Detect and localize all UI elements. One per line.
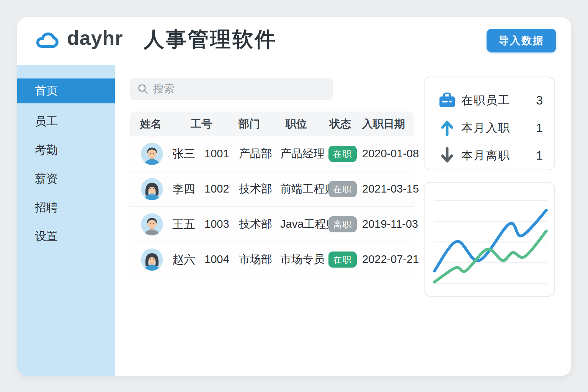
table-row[interactable]: 张三 1001 产品部 产品经理 在职 2020-01-08 [130, 136, 413, 171]
page-title: 人事管理软件 [144, 26, 277, 54]
employee-hire-date: 2019-11-03 [362, 207, 418, 242]
col-header-title: 职位 [286, 112, 307, 136]
search-bar [130, 78, 333, 100]
avatar [141, 178, 163, 200]
sidebar-item-payroll[interactable]: 薪资 [17, 165, 115, 193]
stats-panel: 在职员工 3 本月入职 1 本月离职 1 [424, 77, 555, 170]
trend-chart-panel [424, 182, 555, 297]
employee-hire-date: 2021-03-15 [362, 172, 419, 206]
import-data-button[interactable]: 导入数据 [487, 29, 556, 52]
sidebar-item-attendance[interactable]: 考勤 [17, 136, 115, 165]
sidebar-item-recruiting[interactable]: 招聘 [17, 193, 115, 222]
employee-dept: 市场部 [239, 242, 272, 277]
stat-value: 3 [536, 93, 543, 108]
col-header-id: 工号 [191, 112, 212, 136]
line-chart [425, 183, 555, 297]
stat-label: 本月离职 [461, 148, 510, 163]
avatar [141, 213, 163, 235]
employee-id: 1001 [204, 136, 229, 171]
app-header: dayhr 人事管理软件 导入数据 [17, 17, 571, 65]
sidebar-item-employees[interactable]: 员工 [17, 107, 115, 136]
stat-label: 在职员工 [461, 93, 510, 108]
sidebar-item-home[interactable]: 首页 [17, 78, 115, 103]
stat-month-departures: 本月离职 1 [438, 142, 543, 169]
employee-dept: 技术部 [239, 172, 272, 206]
table-row[interactable]: 李四 1002 技术部 前端工程师 在职 2021-03-15 [130, 171, 413, 206]
table-row[interactable]: 赵六 1004 市场部 市场专员 在职 2022-07-21 [130, 242, 413, 277]
stat-month-hires: 本月入职 1 [438, 114, 543, 142]
employee-dept: 技术部 [239, 207, 272, 242]
col-header-date: 入职日期 [362, 112, 405, 136]
status-badge: 在职 [328, 181, 357, 197]
status-badge: 在职 [328, 146, 357, 162]
col-header-status: 状态 [330, 112, 351, 136]
table-row[interactable]: 王五 1003 技术部 Java工程师 离职 2019-11-03 [130, 206, 413, 242]
stat-label: 本月入职 [461, 120, 510, 136]
table-header-row: 姓名 工号 部门 职位 状态 入职日期 [130, 112, 413, 136]
employee-id: 1004 [204, 242, 229, 277]
stat-value: 1 [536, 149, 543, 163]
employee-name: 李四 [172, 172, 195, 206]
avatar [141, 248, 163, 271]
arrow-down-icon [438, 147, 456, 163]
col-header-name: 姓名 [140, 112, 162, 136]
sidebar-nav: 首页 员工 考勤 薪资 招聘 设置 [17, 65, 115, 376]
briefcase-icon [438, 92, 456, 108]
employee-name: 张三 [172, 136, 195, 171]
sidebar-item-settings[interactable]: 设置 [17, 222, 115, 251]
arrow-up-icon [438, 120, 456, 136]
employee-position: 前端工程师 [280, 172, 336, 206]
brand-name: dayhr [67, 26, 123, 49]
employee-hire-date: 2020-01-08 [362, 136, 419, 171]
employee-name: 王五 [172, 207, 195, 242]
employee-position: 产品经理 [280, 136, 325, 171]
avatar [141, 143, 163, 165]
employee-name: 赵六 [172, 242, 195, 277]
stat-active-employees: 在职员工 3 [438, 87, 543, 114]
stat-value: 1 [536, 121, 543, 135]
search-input[interactable] [153, 78, 329, 100]
status-badge: 离职 [328, 216, 357, 232]
employee-table: 姓名 工号 部门 职位 状态 入职日期 张三 1001 产品部 产品经理 在职 … [130, 112, 413, 276]
col-header-dept: 部门 [238, 112, 260, 136]
employee-hire-date: 2022-07-21 [362, 242, 419, 277]
app-window: dayhr 人事管理软件 导入数据 首页 员工 考勤 薪资 招聘 设置 姓名 工… [17, 17, 571, 376]
employee-id: 1002 [204, 172, 229, 206]
search-icon [137, 83, 149, 95]
cloud-logo-icon [33, 29, 61, 52]
employee-id: 1003 [204, 207, 229, 242]
employee-position: 市场专员 [280, 242, 325, 277]
employee-dept: 产品部 [239, 136, 272, 171]
status-badge: 在职 [328, 252, 357, 268]
